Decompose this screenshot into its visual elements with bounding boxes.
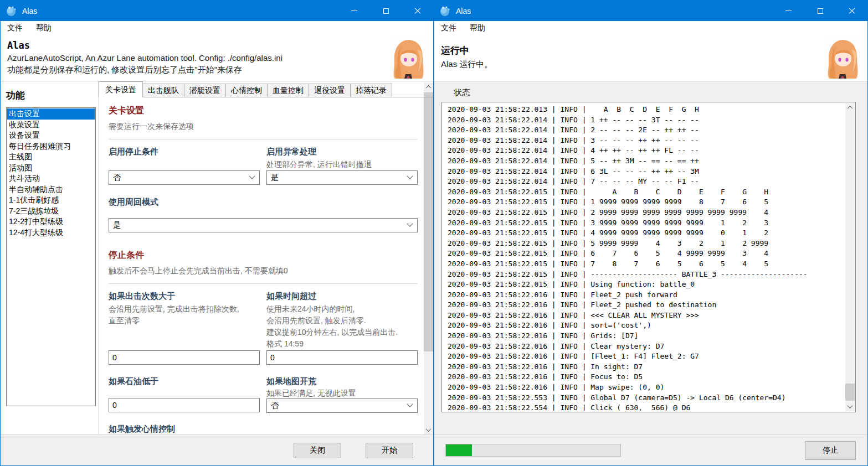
label-if-oil-lower: 如果石油低于 [109,376,260,387]
settings-tab[interactable]: 退役设置 [309,84,351,97]
select-if-map-clear-value: 否 [271,401,279,411]
chevron-up-icon [848,106,853,111]
select-enable-exception[interactable]: 是 [266,170,418,185]
settings-body: 功能 出击设置收菜设置设备设置每日任务困难演习主线图活动图共斗活动半自动辅助点击… [1,81,433,434]
window-controls [338,1,433,21]
label-enable-stop-condition: 启用停止条件 [109,147,260,157]
scroll-up-button[interactable] [845,103,855,112]
spacer [109,208,418,218]
titlebar[interactable]: Alas [1,1,433,21]
log-scrollbar[interactable] [845,103,855,411]
header-text: 运行中 Alas 运行中。 [441,39,824,79]
content-scrollbar[interactable] [424,82,433,434]
select-enable-stop-condition[interactable]: 否 [109,170,260,185]
select-if-map-clear[interactable]: 否 [266,398,418,413]
settings-tab[interactable]: 血量控制 [267,84,309,97]
chevron-down-icon [407,173,413,179]
desc-enable-exception: 处理部分异常, 运行出错时撤退 [266,159,418,170]
function-list-item[interactable]: 12-4打大型练级 [7,227,95,239]
settings-tab[interactable]: 关卡设置 [99,81,143,97]
field-if-map-clear: 如果地图开荒 如果已经满足, 无视此设置 否 [266,376,418,413]
menubar: 文件 帮助 [434,21,867,35]
log-panel: 2020-09-03 21:58:22.013 | INFO | A B C D… [441,102,856,412]
scrollbar-thumb[interactable] [845,384,855,401]
input-if-count-greater[interactable] [109,350,260,365]
menu-item-help[interactable]: 帮助 [35,22,53,34]
sidebar: 功能 出击设置收菜设置设备设置每日任务困难演习主线图活动图共斗活动半自动辅助点击… [1,81,98,434]
function-list-item[interactable]: 活动图 [7,163,95,174]
close-button[interactable] [836,1,867,21]
label-enable-exception: 启用异常处理 [266,147,418,157]
select-clear-mode[interactable]: 是 [109,218,418,232]
input-if-time-reach[interactable] [266,350,418,365]
header-title: 运行中 [441,40,824,57]
settings-tab[interactable]: 掉落记录 [350,84,392,97]
stage-section-desc: 需要运行一次来保存选项 [109,122,418,132]
runner-body: 状态 2020-09-03 21:58:22.013 | INFO | A B … [434,81,867,434]
function-list[interactable]: 出击设置收菜设置设备设置每日任务困难演习主线图活动图共斗活动半自动辅助点击1-1… [6,107,96,406]
function-list-item[interactable]: 收菜设置 [7,120,95,131]
settings-window: Alas 文件 帮助 Alas AzurLaneAutoScript, An A… [0,0,434,466]
input-if-oil-lower[interactable] [109,398,260,412]
alas-logo-icon [6,5,18,17]
spacer [109,185,418,197]
function-list-item[interactable]: 半自动辅助点击 [7,184,95,195]
maximize-icon [383,8,389,14]
row-oil-map: 如果石油低于 如果地图开荒 如果已经满足, 无视此设置 否 [109,376,418,413]
function-list-item[interactable]: 每日任务困难演习 [7,141,95,152]
label-if-count-greater: 如果出击次数大于 [109,291,260,302]
header-title: Alas [7,40,390,51]
close-button[interactable] [402,1,433,21]
window-controls [773,1,867,21]
maximize-icon [818,8,823,14]
menubar: 文件 帮助 [1,21,433,35]
spacer [109,387,260,398]
header-subtitle: AzurLaneAutoScript, An Azur Lane automat… [7,53,390,63]
scroll-down-button[interactable] [424,425,433,434]
runner-bottom-bar: 停止 [434,434,867,465]
menu-item-help[interactable]: 帮助 [469,22,486,34]
close-icon [414,8,421,14]
settings-tab[interactable]: 出击舰队 [142,84,184,97]
settings-content: 关卡设置出击舰队潜艇设置心情控制血量控制退役设置掉落记录 关卡设置 需要运行一次… [98,81,433,434]
maximize-button[interactable] [370,1,402,21]
chevron-down-icon [249,173,255,179]
function-list-item[interactable]: 1-1伏击刷好感 [7,195,95,206]
start-button[interactable]: 开始 [366,443,413,458]
menu-item-file[interactable]: 文件 [440,22,458,34]
chevron-down-icon [426,426,432,432]
settings-tab[interactable]: 潜艇设置 [184,84,226,97]
function-list-item[interactable]: 12-2打中型练级 [7,216,95,227]
label-if-emotion: 如果触发心情控制 [109,424,418,434]
field-enable-stop: 启用停止条件 否 [109,147,260,185]
stop-button[interactable]: 停止 [805,441,856,460]
menu-item-file[interactable]: 文件 [6,22,24,34]
divider [109,283,418,284]
function-list-item[interactable]: 共斗活动 [7,173,95,184]
function-list-item[interactable]: 设备设置 [7,130,95,141]
field-if-count: 如果出击次数大于 会沿用先前设置, 完成出击将扣除次数, 直至清零 [109,291,260,365]
progress-bar [445,444,621,457]
row-count-time: 如果出击次数大于 会沿用先前设置, 完成出击将扣除次数, 直至清零 如果时间超过… [109,291,418,365]
settings-tab[interactable]: 心情控制 [225,84,268,97]
scrollbar-thumb[interactable] [424,92,433,351]
desc-if-map-clear: 如果已经满足, 无视此设置 [266,387,418,398]
header-text: Alas AzurLaneAutoScript, An Azur Lane au… [7,39,390,79]
window-title: Alas [456,7,471,15]
stop-section-heading: 停止条件 [109,250,418,261]
titlebar[interactable]: Alas [434,1,867,21]
field-enable-exception-head: 启用异常处理 处理部分异常, 运行出错时撤退 [266,147,418,170]
stop-section-desc: 触发后不会马上停止会先完成当前出击, 不需要就填0 [109,266,418,276]
field-if-oil: 如果石油低于 [109,376,260,413]
minimize-button[interactable] [773,1,804,21]
maximize-button[interactable] [804,1,836,21]
scroll-down-button[interactable] [845,402,855,411]
function-list-item[interactable]: 出击设置 [7,108,95,120]
avatar-image [390,39,427,79]
function-list-item[interactable]: 主线图 [7,152,95,163]
function-list-item[interactable]: 7-2三战拣垃圾 [7,206,95,217]
header-status-line: Alas 运行中。 [441,59,824,70]
close-dialog-button[interactable]: 关闭 [294,443,341,458]
settings-tabs: 关卡设置出击舰队潜艇设置心情控制血量控制退役设置掉落记录 [99,81,433,97]
minimize-button[interactable] [338,1,370,21]
